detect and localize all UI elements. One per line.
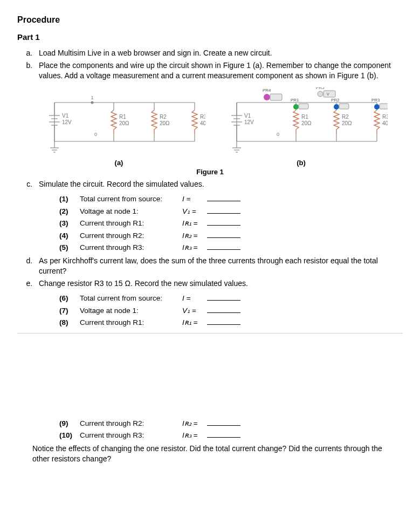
probe-pr5-icon: PR5 V (316, 87, 335, 97)
step-a: Load Multisim Live in a web browser and … (35, 48, 403, 58)
r1-value-b: 20Ω (301, 120, 312, 126)
record-num: (7) (59, 307, 74, 315)
record-row: (4)Current through R2:Iʀ₂ = (59, 230, 403, 240)
svg-rect-25 (380, 104, 388, 109)
page-gap (17, 334, 403, 414)
svg-text:PR4: PR4 (263, 88, 271, 93)
record-label: Current through R1: (80, 219, 177, 227)
record-num: (10) (59, 431, 74, 439)
record-num: (9) (59, 419, 74, 427)
r3-value: 40Ω (200, 120, 205, 126)
source-value: 12V (62, 119, 72, 125)
figure-1: 1 V1 12V (17, 87, 403, 176)
r1-name-b: R1 (301, 114, 308, 120)
node-label: 1 (91, 95, 93, 100)
blank-line (207, 206, 240, 214)
record-row: (5)Current through R3:Iʀ₃ = (59, 242, 403, 252)
record-num: (6) (59, 294, 74, 302)
r3-name-b: R3 (382, 114, 388, 120)
record-symbol: Iʀ₁ = (182, 318, 201, 326)
record-symbol: I = (182, 195, 201, 203)
ground-icon (232, 141, 241, 152)
svg-text:PR3: PR3 (371, 98, 380, 103)
source-name-b: V1 (244, 113, 251, 119)
probe-pr4-icon: PR4 (263, 88, 282, 100)
record-row: (9)Current through R2:Iʀ₂ = (59, 418, 403, 427)
record-label: Current through R3: (80, 243, 177, 251)
step-list-3: As per Kirchhoff's current law, does the… (35, 256, 403, 289)
record-row: (7)Voltage at node 1:V₁ = (59, 305, 403, 315)
svg-point-14 (318, 91, 323, 97)
record-row: (8)Current through R1:Iʀ₁ = (59, 317, 403, 327)
record-symbol: V₁ = (182, 306, 201, 315)
record-label: Current through R3: (80, 431, 177, 439)
record-symbol: Iʀ₁ = (182, 219, 201, 227)
blank-line (207, 430, 240, 438)
record-label: Current through R2: (80, 232, 177, 240)
record-num: (5) (59, 243, 74, 251)
figure-b-label: (b) (215, 159, 388, 167)
figure-caption: Figure 1 (17, 168, 403, 176)
record-label: Current through R2: (80, 419, 177, 427)
record-row: (10)Current through R3:Iʀ₃ = (59, 430, 403, 440)
record-list-1: (1)Total current from source:I = (2)Volt… (59, 194, 403, 252)
record-symbol: Iʀ₂ = (182, 231, 201, 240)
svg-text:PR5: PR5 (316, 87, 325, 90)
record-list-2: (6)Total current from source:I = (7)Volt… (59, 293, 403, 327)
blank-line (207, 293, 240, 301)
record-list-3: (9)Current through R2:Iʀ₂ = (10)Current … (59, 418, 403, 439)
final-note: Notice the effects of changing the one r… (32, 444, 388, 464)
record-num: (1) (59, 195, 74, 203)
circuit-figure-b: PR4 PR5 V PR1 (215, 87, 388, 167)
record-num: (8) (59, 318, 74, 326)
ground-icon (50, 141, 59, 152)
svg-point-24 (374, 104, 380, 110)
record-row: (1)Total current from source:I = (59, 194, 403, 203)
record-symbol: Iʀ₂ = (182, 419, 201, 427)
r3-name: R3 (200, 114, 205, 120)
blank-line (207, 418, 240, 426)
voltage-source-icon (231, 103, 242, 141)
record-num: (3) (59, 219, 74, 227)
svg-point-21 (334, 104, 339, 110)
circuit-figure-a: 1 V1 12V (33, 87, 205, 167)
probe-pr3-icon: PR3 (371, 98, 388, 110)
blank-line (207, 218, 240, 226)
gnd-ref-b: 0 (277, 132, 279, 137)
step-list-2: Simulate the circuit. Record the simulat… (35, 179, 403, 189)
source-name: V1 (62, 113, 69, 119)
r2-value: 20Ω (160, 120, 170, 126)
r1-value: 20Ω (119, 120, 129, 126)
svg-point-18 (293, 104, 299, 110)
blank-line (207, 242, 240, 250)
resistor-r1-icon (111, 110, 116, 134)
step-c: Simulate the circuit. Record the simulat… (35, 179, 403, 189)
record-label: Voltage at node 1: (80, 307, 177, 315)
resistor-r2-icon (334, 110, 339, 134)
svg-text:V: V (327, 92, 329, 96)
resistor-r1-icon (293, 110, 299, 134)
record-symbol: V₁ = (182, 207, 201, 215)
source-value-b: 12V (244, 119, 254, 125)
gnd-ref: 0 (94, 132, 97, 137)
record-label: Total current from source: (80, 294, 177, 302)
record-symbol: Iʀ₃ = (182, 243, 201, 251)
record-num: (4) (59, 232, 74, 240)
r2-name-b: R2 (342, 114, 349, 120)
resistor-r3-icon (374, 110, 380, 134)
svg-text:PR1: PR1 (291, 98, 299, 103)
record-row: (3)Current through R1:Iʀ₁ = (59, 218, 403, 228)
svg-rect-22 (339, 104, 349, 109)
r3-value-b: 40Ω (382, 120, 388, 126)
document-page: Procedure Part 1 Load Multisim Live in a… (0, 0, 420, 486)
record-row: (6)Total current from source:I = (59, 293, 403, 303)
svg-point-0 (91, 101, 93, 104)
record-label: Current through R1: (80, 318, 177, 326)
blank-line (207, 230, 240, 238)
probe-pr1-icon: PR1 (291, 98, 308, 110)
step-d: As per Kirchhoff's current law, does the… (35, 256, 403, 276)
record-row: (2)Voltage at node 1:V₁ = (59, 206, 403, 215)
svg-text:PR2: PR2 (331, 98, 340, 103)
record-label: Total current from source: (80, 195, 177, 203)
r2-value-b: 20Ω (342, 120, 352, 126)
